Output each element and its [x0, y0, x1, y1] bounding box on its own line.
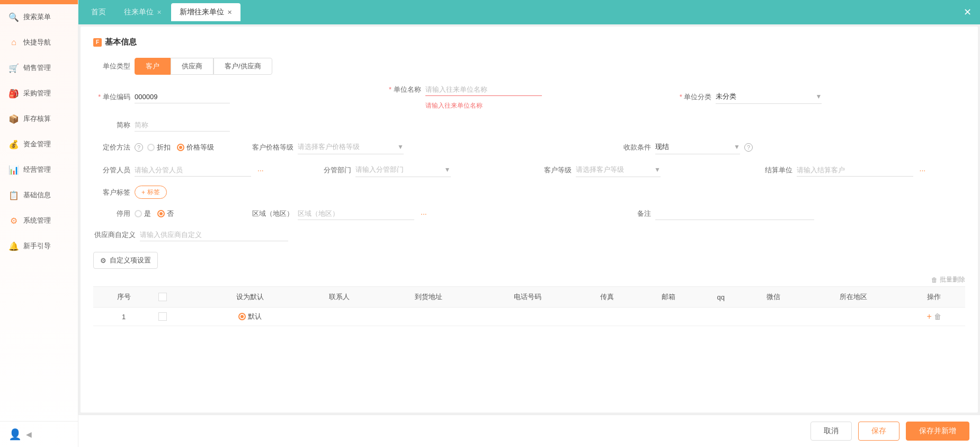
- save-new-button[interactable]: 保存并新增: [906, 422, 969, 441]
- customer-level-select[interactable]: 请选择客户等级 ▼: [576, 163, 661, 177]
- sidebar-user-icon[interactable]: 👤: [8, 428, 22, 441]
- settlement-unit-input[interactable]: [797, 164, 913, 177]
- sidebar: 🔍 搜索菜单 ⌂ 快捷导航 🛒 销售管理 🎒 采购管理 📦 库存核算 💰 资金管…: [0, 0, 78, 447]
- tag-add-label: 标签: [147, 188, 160, 197]
- radio-no-circle: [157, 210, 165, 217]
- sidebar-item-system[interactable]: ⚙ 系统管理: [0, 208, 78, 233]
- department-select[interactable]: 请输入分管部门 ▼: [355, 163, 451, 177]
- short-name-row: 简称: [93, 119, 965, 132]
- unit-category-select[interactable]: 未分类 ▼: [716, 90, 822, 104]
- customer-level-placeholder: 请选择客户等级: [576, 165, 652, 174]
- sidebar-item-purchase-label: 采购管理: [23, 89, 51, 98]
- settlement-unit-more-btn[interactable]: ···: [917, 166, 928, 174]
- tab-new-partner[interactable]: 新增往来单位 ✕: [171, 3, 240, 21]
- tab-partners-close[interactable]: ✕: [157, 9, 162, 16]
- row-select-checkbox[interactable]: [158, 312, 167, 321]
- payment-terms-label: 收款条件: [614, 143, 651, 152]
- unit-type-supplier[interactable]: 供应商: [171, 58, 213, 75]
- tab-partners[interactable]: 往来单位 ✕: [115, 3, 170, 21]
- finance-icon: 💰: [8, 139, 19, 150]
- customer-price-level-label: 客户价格等级: [252, 143, 293, 152]
- unit-name-input[interactable]: [425, 83, 542, 96]
- sidebar-item-quick-nav-label: 快捷导航: [23, 38, 51, 47]
- unit-name-error: 请输入往来单位名称: [425, 101, 483, 110]
- row-add-icon[interactable]: +: [927, 312, 932, 321]
- region-more-btn[interactable]: ···: [418, 209, 429, 218]
- cancel-button[interactable]: 取消: [810, 422, 852, 441]
- row-default-radio[interactable]: 默认: [205, 312, 295, 321]
- row-default-label: 默认: [248, 312, 262, 321]
- row-no: 1: [93, 308, 154, 326]
- sidebar-item-finance[interactable]: 💰 资金管理: [0, 132, 78, 157]
- tag-add-button[interactable]: + 标签: [135, 186, 167, 199]
- col-address: 到货地址: [379, 287, 478, 308]
- col-checkbox: [154, 287, 201, 308]
- sidebar-item-search-label: 搜索菜单: [23, 12, 51, 22]
- guide-icon: 🔔: [8, 241, 19, 251]
- action-bar: 取消 保存 保存并新增: [78, 415, 980, 447]
- row-email: [638, 308, 699, 326]
- unit-code-input[interactable]: [135, 91, 230, 103]
- customer-price-level-select[interactable]: 请选择客户价格等级 ▼: [298, 140, 404, 154]
- payment-terms-help-icon[interactable]: ?: [744, 143, 753, 152]
- batch-delete-area[interactable]: 🗑 批量删除: [93, 275, 965, 284]
- sidebar-expand-icon[interactable]: ◀: [26, 430, 32, 439]
- radio-yes-label: 是: [144, 209, 151, 218]
- unit-category-group: 单位分类 未分类 ▼: [674, 90, 965, 104]
- supplier-custom-input[interactable]: [140, 229, 288, 241]
- manager-more-btn[interactable]: ···: [255, 166, 266, 174]
- tab-new-partner-close[interactable]: ✕: [227, 9, 232, 16]
- region-input[interactable]: [298, 207, 414, 220]
- payment-terms-select[interactable]: 现结 ▼: [655, 140, 740, 154]
- tag-add-icon: +: [141, 189, 145, 196]
- region-group: 区域（地区） ···: [252, 207, 603, 220]
- sidebar-item-inventory[interactable]: 📦 库存核算: [0, 106, 78, 132]
- pricing-method-label: 定价方法: [93, 143, 130, 152]
- col-no: 序号: [93, 287, 154, 308]
- pricing-help-icon[interactable]: ?: [135, 143, 143, 152]
- sidebar-item-search[interactable]: 🔍 搜索菜单: [0, 4, 78, 30]
- radio-yes[interactable]: 是: [135, 209, 151, 218]
- sidebar-item-purchase[interactable]: 🎒 采购管理: [0, 81, 78, 106]
- supplier-custom-row: 供应商自定义: [93, 229, 965, 241]
- payment-terms-chevron: ▼: [734, 143, 740, 151]
- unit-type-customer[interactable]: 客户: [135, 58, 171, 75]
- department-chevron: ▼: [444, 166, 451, 173]
- short-name-group: 简称: [93, 119, 965, 132]
- short-name-input[interactable]: [135, 119, 230, 132]
- customer-tag-label: 客户标签: [93, 188, 130, 197]
- customer-level-chevron: ▼: [654, 166, 661, 173]
- customer-level-label: 客户等级: [534, 165, 572, 175]
- sidebar-item-sales[interactable]: 🛒 销售管理: [0, 55, 78, 81]
- sidebar-top-bar: [0, 0, 78, 4]
- payment-terms-group: 收款条件 现结 ▼ ?: [614, 140, 965, 154]
- pricing-method-group: 定价方法 ? 折扣 价格等级: [93, 143, 242, 152]
- custom-settings-button[interactable]: ⚙ 自定义项设置: [93, 252, 158, 269]
- section-title: F 基本信息: [93, 37, 965, 47]
- sidebar-item-quick-nav[interactable]: ⌂ 快捷导航: [0, 30, 78, 55]
- row-action: + 🗑: [903, 308, 965, 326]
- radio-no[interactable]: 否: [157, 209, 174, 218]
- select-all-checkbox[interactable]: [158, 293, 167, 301]
- basic-info-icon: 📋: [8, 190, 19, 200]
- unit-name-label: 单位名称: [384, 85, 421, 94]
- sidebar-item-operations[interactable]: 📊 经营管理: [0, 157, 78, 182]
- short-name-label: 简称: [93, 120, 130, 130]
- contact-table: 序号 设为默认 联系人 到货地址 电话号码 传真 邮箱 qq 微信 所在地区 操…: [93, 286, 965, 326]
- unit-type-both[interactable]: 客户/供应商: [213, 58, 272, 75]
- disabled-row: 停用 是 否 区域（地区） ··· 备注: [93, 207, 965, 220]
- manager-input[interactable]: [135, 164, 251, 177]
- tab-home-label: 首页: [91, 7, 106, 17]
- tab-home[interactable]: 首页: [83, 3, 114, 21]
- remark-input[interactable]: [655, 207, 814, 220]
- radio-discount[interactable]: 折扣: [147, 143, 171, 152]
- sidebar-item-basic-info[interactable]: 📋 基础信息: [0, 182, 78, 208]
- radio-yes-circle: [135, 210, 142, 217]
- customer-price-level-chevron: ▼: [397, 143, 404, 151]
- row-del-icon[interactable]: 🗑: [934, 312, 941, 321]
- sidebar-item-guide[interactable]: 🔔 新手引导: [0, 233, 78, 259]
- tab-close-all[interactable]: ✕: [959, 4, 976, 20]
- sidebar-item-inventory-label: 库存核算: [23, 114, 51, 124]
- save-button[interactable]: 保存: [858, 422, 899, 441]
- radio-price-level[interactable]: 价格等级: [177, 143, 214, 152]
